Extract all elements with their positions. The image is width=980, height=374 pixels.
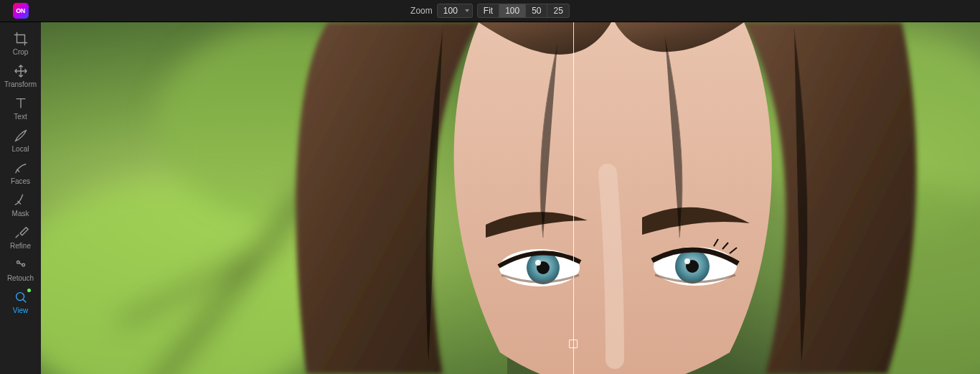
main-row: Crop Transform Text Local bbox=[0, 22, 980, 374]
view-icon bbox=[13, 289, 29, 305]
tool-view[interactable]: View bbox=[2, 289, 39, 314]
zoom-select[interactable]: 100 bbox=[437, 4, 473, 18]
tool-label: Faces bbox=[11, 178, 30, 185]
tool-label: Crop bbox=[13, 49, 29, 56]
tool-label: View bbox=[13, 307, 29, 314]
svg-point-2 bbox=[16, 293, 24, 301]
tool-label: Local bbox=[12, 146, 29, 153]
app-root: ON Zoom 100 Fit 100 50 25 Crop bbox=[0, 0, 980, 374]
zoom-button-group: Fit 100 50 25 bbox=[477, 4, 570, 18]
svg-point-0 bbox=[17, 261, 19, 264]
tool-text[interactable]: Text bbox=[2, 95, 39, 121]
tool-crop[interactable]: Crop bbox=[2, 31, 39, 56]
chevron-down-icon bbox=[465, 9, 469, 12]
tool-refine[interactable]: Refine bbox=[2, 225, 39, 250]
image-canvas[interactable] bbox=[41, 22, 980, 374]
zoom-label: Zoom bbox=[410, 6, 433, 16]
retouch-icon bbox=[13, 257, 29, 273]
face-icon bbox=[13, 160, 29, 176]
tool-local[interactable]: Local bbox=[2, 128, 39, 153]
zoom-controls: Zoom 100 Fit 100 50 25 bbox=[410, 4, 570, 18]
zoom-value: 100 bbox=[443, 6, 458, 16]
photo-placeholder bbox=[41, 22, 980, 374]
crop-icon bbox=[13, 31, 29, 47]
mask-icon bbox=[13, 192, 29, 208]
svg-point-16 bbox=[684, 258, 690, 264]
transform-icon bbox=[13, 63, 29, 79]
svg-point-1 bbox=[22, 263, 24, 266]
tool-faces[interactable]: Faces bbox=[2, 160, 39, 185]
tool-label: Retouch bbox=[7, 275, 34, 282]
zoom-fit-button[interactable]: Fit bbox=[478, 4, 499, 17]
tool-label: Mask bbox=[12, 210, 29, 218]
left-toolbar: Crop Transform Text Local bbox=[0, 22, 41, 374]
zoom-25-button[interactable]: 25 bbox=[548, 4, 569, 17]
tool-mask[interactable]: Mask bbox=[2, 192, 39, 218]
refine-icon bbox=[13, 225, 29, 240]
tool-retouch[interactable]: Retouch bbox=[2, 257, 39, 282]
compare-handle[interactable] bbox=[569, 340, 578, 348]
brush-icon bbox=[13, 128, 29, 144]
tool-label: Refine bbox=[10, 243, 31, 250]
app-logo[interactable]: ON bbox=[13, 3, 29, 19]
text-icon bbox=[13, 95, 29, 111]
badge-dot bbox=[27, 289, 31, 292]
tool-label: Text bbox=[14, 113, 27, 121]
zoom-50-button[interactable]: 50 bbox=[526, 4, 547, 17]
tool-label: Transform bbox=[4, 81, 37, 88]
logo-wrap: ON bbox=[0, 0, 41, 22]
tool-transform[interactable]: Transform bbox=[2, 63, 39, 88]
top-bar: ON Zoom 100 Fit 100 50 25 bbox=[0, 0, 980, 22]
svg-point-12 bbox=[535, 260, 541, 266]
zoom-100-button[interactable]: 100 bbox=[499, 4, 526, 17]
